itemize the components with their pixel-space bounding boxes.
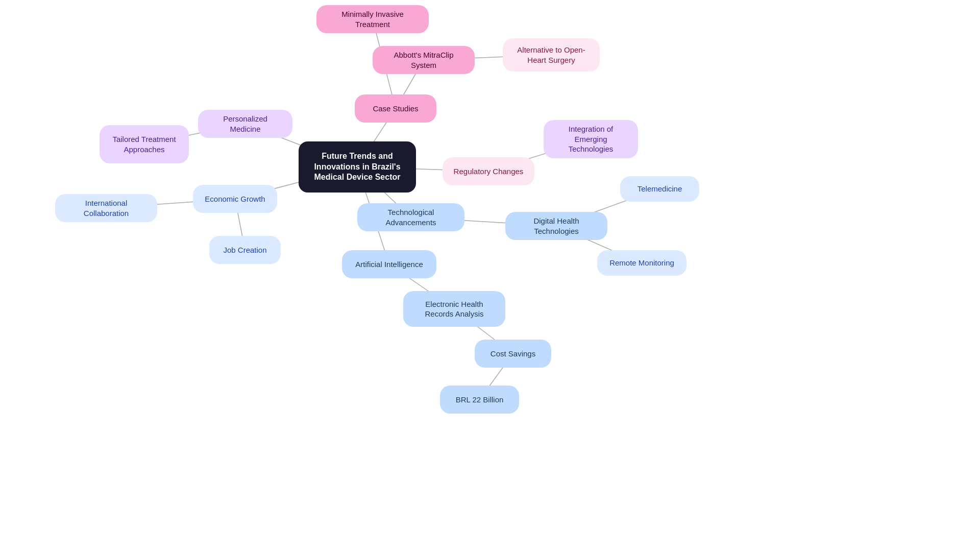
node-tech-advancements: Technological Advancements	[357, 203, 464, 231]
node-electronic-health: Electronic Health Records Analysis	[403, 291, 505, 327]
node-cost-savings: Cost Savings	[475, 340, 551, 368]
center-node: Future Trends and Innovations in Brazil'…	[299, 141, 416, 193]
node-personalized-medicine: Personalized Medicine	[198, 110, 292, 138]
node-minimally-invasive: Minimally Invasive Treatment	[316, 5, 429, 33]
node-brl-22-billion: BRL 22 Billion	[440, 386, 519, 414]
node-alternative-open-heart: Alternative to Open-Heart Surgery	[503, 38, 600, 71]
node-integration-emerging: Integration of Emerging Technologies	[544, 120, 638, 158]
node-case-studies: Case Studies	[355, 94, 436, 123]
node-telemedicine: Telemedicine	[620, 176, 699, 202]
node-artificial-intelligence: Artificial Intelligence	[342, 250, 436, 278]
node-economic-growth: Economic Growth	[193, 185, 277, 213]
node-regulatory-changes: Regulatory Changes	[443, 157, 534, 185]
node-tailored-treatment: Tailored Treatment Approaches	[100, 125, 189, 163]
node-job-creation: Job Creation	[209, 236, 281, 264]
node-abbott-mitra: Abbott's MitraClip System	[373, 46, 475, 74]
node-digital-health: Digital Health Technologies	[505, 212, 607, 240]
node-international-collab: International Collaboration	[55, 194, 157, 222]
node-remote-monitoring: Remote Monitoring	[597, 250, 687, 276]
